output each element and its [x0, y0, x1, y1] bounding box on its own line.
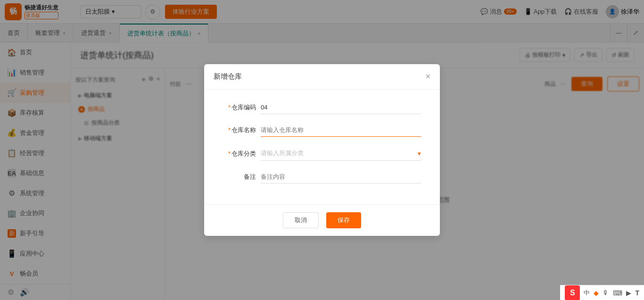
warehouse-category-row: 仓库分类 请输入所属分类 ▾	[223, 146, 421, 161]
dialog-close-button[interactable]: ×	[425, 72, 430, 82]
warehouse-note-input[interactable]	[261, 170, 421, 183]
dialog-header: 新增仓库 ×	[204, 64, 440, 90]
bottom-status-bar: S 中 ◆ 🎙 ⌨ ▶ T	[560, 285, 644, 300]
warehouse-note-row: 备注	[223, 170, 421, 183]
mic-icon[interactable]: 🎙	[603, 289, 609, 297]
warehouse-code-row: 仓库编码	[223, 101, 421, 114]
warehouse-code-label: 仓库编码	[223, 103, 261, 112]
dialog-body: 仓库编码 仓库名称 仓库分类 请输入所属分类 ▾ 备注	[204, 90, 440, 204]
warehouse-name-row: 仓库名称	[223, 124, 421, 137]
play-icon[interactable]: ▶	[626, 289, 631, 297]
cancel-button[interactable]: 取消	[283, 212, 319, 228]
category-placeholder: 请输入所属分类	[261, 149, 304, 158]
save-button[interactable]: 保存	[326, 212, 361, 228]
warehouse-name-input[interactable]	[261, 124, 421, 137]
s-logo: S	[565, 285, 580, 300]
warehouse-name-label: 仓库名称	[223, 126, 261, 134]
dialog-footer: 取消 保存	[204, 204, 440, 236]
dialog-title: 新增仓库	[214, 72, 242, 81]
text-icon[interactable]: T	[635, 289, 639, 297]
warehouse-note-label: 备注	[223, 173, 261, 181]
category-chevron-icon: ▾	[418, 150, 421, 157]
new-warehouse-dialog: 新增仓库 × 仓库编码 仓库名称 仓库分类 请输入所属分类 ▾	[204, 64, 440, 236]
warehouse-category-select[interactable]: 请输入所属分类 ▾	[261, 146, 421, 161]
warehouse-category-label: 仓库分类	[223, 150, 261, 158]
warehouse-code-input[interactable]	[261, 101, 421, 114]
diamond-icon[interactable]: ◆	[594, 289, 599, 297]
keyboard-icon[interactable]: ⌨	[613, 289, 622, 297]
modal-overlay: 新增仓库 × 仓库编码 仓库名称 仓库分类 请输入所属分类 ▾	[0, 0, 644, 300]
zh-icon[interactable]: 中	[584, 289, 590, 297]
